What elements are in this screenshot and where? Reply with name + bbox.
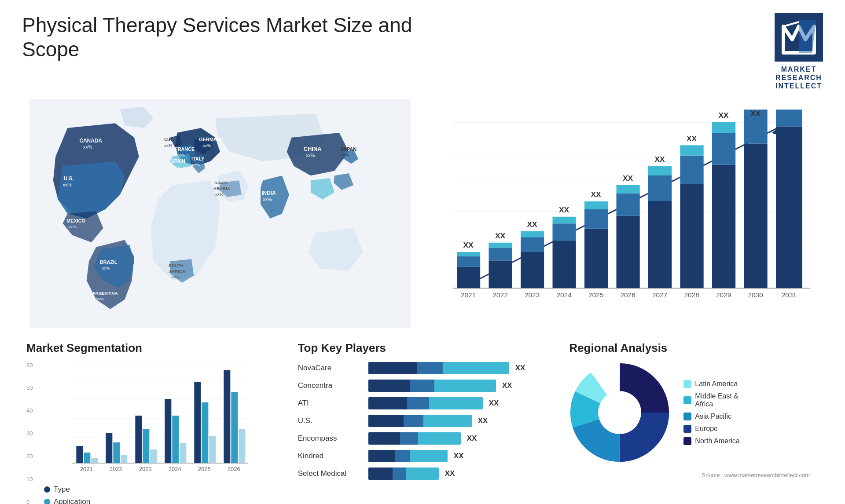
svg-rect-18 <box>489 260 512 288</box>
logo-text: MARKET RESEARCH INTELLECT <box>775 65 822 91</box>
svg-rect-58 <box>744 143 768 288</box>
svg-text:XX: XX <box>750 109 761 117</box>
map-value-us: xx% <box>63 182 72 187</box>
player-bar-encompass: XX <box>368 432 547 445</box>
map-value-france: xx% <box>176 153 185 157</box>
legend-label-latin-america: Latin America <box>695 380 738 388</box>
player-xx-encompass: XX <box>467 434 477 443</box>
map-value-italy: xx% <box>192 162 200 167</box>
map-value-argentina: xx% <box>96 296 104 301</box>
svg-rect-24 <box>521 237 544 252</box>
bar-seg2 <box>393 467 406 480</box>
player-bar-novacare-bar <box>368 362 509 374</box>
player-xx-selectmedical: XX <box>445 469 455 478</box>
player-bar-novacare: XX <box>368 362 547 374</box>
svg-text:2027: 2027 <box>652 291 667 299</box>
map-section: CANADA xx% U.S. xx% MEXICO xx% BRAZIL xx… <box>22 99 418 328</box>
svg-text:2022: 2022 <box>492 291 507 299</box>
player-row-kindred: Kindred XX <box>298 450 547 462</box>
svg-text:XX: XX <box>559 205 569 214</box>
svg-text:2025: 2025 <box>198 466 211 472</box>
svg-rect-44 <box>648 175 672 201</box>
donut-chart <box>569 362 670 463</box>
legend-latin-america: Latin America <box>683 380 739 388</box>
svg-text:2021: 2021 <box>461 291 476 299</box>
seg-y-50: 50 <box>26 384 33 391</box>
players-title: Top Key Players <box>298 341 547 355</box>
svg-rect-63 <box>776 110 802 127</box>
svg-rect-90 <box>209 436 216 463</box>
regional-legend: Latin America Middle East &Africa Asia P… <box>683 380 739 445</box>
source-line: Source : www.marketresearchintellect.com <box>569 472 819 478</box>
map-value-china: xx% <box>306 153 315 158</box>
legend-label-mea: Middle East &Africa <box>695 392 738 408</box>
bar-seg3 <box>429 397 483 409</box>
svg-rect-77 <box>113 442 120 463</box>
map-label-italy: ITALY <box>191 156 205 161</box>
bar-seg3 <box>410 450 448 462</box>
seg-y-0: 0 <box>26 499 33 504</box>
svg-text:2029: 2029 <box>716 291 731 299</box>
bar-seg1 <box>368 415 404 427</box>
bar-seg1 <box>368 397 407 409</box>
top-section: CANADA xx% U.S. xx% MEXICO xx% BRAZIL xx… <box>22 99 823 328</box>
svg-rect-94 <box>239 429 245 463</box>
svg-rect-55 <box>712 122 735 133</box>
legend-rect-latin-america <box>683 380 691 388</box>
seg-legend: Type Application Geography <box>44 485 276 504</box>
svg-rect-29 <box>553 223 576 241</box>
svg-text:2025: 2025 <box>588 291 603 299</box>
player-bar-encompass-bar <box>368 432 461 445</box>
map-label-france: FRANCE <box>175 146 195 152</box>
seg-chart-svg: 2021 2022 2023 2024 <box>44 362 276 476</box>
bar-seg3 <box>423 415 472 427</box>
bar-chart-wrapper: XX 2021 XX 2022 XX 2023 <box>431 104 814 324</box>
logo-container: MARKET RESEARCH INTELLECT <box>775 13 823 91</box>
segmentation-section: Market Segmentation 60 50 40 30 20 10 0 <box>22 337 280 504</box>
bar-seg1 <box>368 380 410 392</box>
seg-y-axis: 60 50 40 30 20 10 0 <box>26 362 33 504</box>
players-list: NovaCare XX Concentra <box>298 362 547 480</box>
svg-rect-33 <box>584 228 608 288</box>
player-name-concentra: Concentra <box>298 381 364 390</box>
map-label-sa2: AFRICA <box>169 269 185 274</box>
svg-rect-82 <box>150 449 157 463</box>
svg-rect-89 <box>202 402 208 463</box>
svg-text:2030: 2030 <box>748 291 763 299</box>
legend-asia-pacific: Asia Pacific <box>683 413 739 420</box>
player-bar-us-bar <box>368 415 472 427</box>
player-row-novacare: NovaCare XX <box>298 362 547 374</box>
bar-seg2 <box>417 362 443 374</box>
map-label-india: INDIA <box>261 190 276 196</box>
player-name-us: U.S. <box>298 416 364 425</box>
svg-text:2024: 2024 <box>169 466 181 472</box>
player-name-selectmedical: Select Medical <box>298 469 364 478</box>
svg-rect-92 <box>224 370 230 463</box>
map-value-uk: xx% <box>164 143 173 148</box>
map-label-saudi2: ARABIA <box>213 186 230 190</box>
svg-rect-15 <box>457 252 480 256</box>
svg-text:XX: XX <box>591 190 601 199</box>
svg-text:XX: XX <box>495 231 506 240</box>
svg-rect-85 <box>172 416 179 463</box>
seg-chart-container: 60 50 40 30 20 10 0 <box>26 362 276 504</box>
player-name-ati: ATI <box>298 399 364 408</box>
svg-rect-80 <box>135 416 142 463</box>
bar-seg1 <box>368 362 417 374</box>
svg-rect-13 <box>457 267 480 288</box>
player-xx-kindred: XX <box>454 452 464 460</box>
svg-rect-19 <box>489 248 512 260</box>
bar-seg3 <box>418 432 461 445</box>
legend-mea: Middle East &Africa <box>683 392 739 408</box>
page-title: Physical Therapy Services Market Size an… <box>22 13 418 62</box>
player-xx-novacare: XX <box>515 364 525 373</box>
seg-legend-application: Application <box>44 497 276 504</box>
svg-rect-28 <box>553 240 576 288</box>
svg-rect-86 <box>180 443 186 463</box>
svg-text:2031: 2031 <box>782 291 797 299</box>
svg-rect-53 <box>712 164 735 288</box>
map-value-mexico: xx% <box>69 224 77 229</box>
legend-rect-north-america <box>683 437 691 445</box>
map-label-saudi: SAUDI <box>214 180 228 185</box>
type-dot <box>44 486 50 493</box>
